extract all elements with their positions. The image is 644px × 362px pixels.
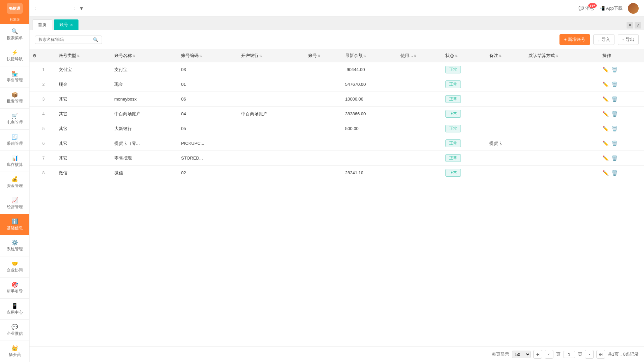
col-balance[interactable]: 最新余额⇅ — [342, 49, 398, 62]
first-page-button[interactable]: ⏮ — [533, 350, 542, 359]
delete-button-2[interactable]: 🗑️ — [611, 96, 618, 102]
header-right: 💬 消息 99+ 📲 App下载 — [579, 3, 639, 14]
sidebar-item-wholesale-mgmt[interactable]: 📦 批发管理 — [0, 87, 29, 109]
row-action-5: ✏️ 🗑️ — [600, 136, 644, 151]
row-num-2: 3 — [40, 92, 56, 107]
row-account-2 — [306, 92, 342, 107]
row-name-3: 中百商场账户 — [112, 107, 178, 121]
add-account-button[interactable]: + 新增账号 — [559, 34, 590, 45]
add-account-label: + 新增账号 — [564, 37, 585, 43]
delete-button-3[interactable]: 🗑️ — [611, 111, 618, 117]
sidebar-item-purchase-mgmt[interactable]: 🧾 采购管理 — [0, 130, 29, 151]
sidebar-item-enterprise-wechat[interactable]: 💬 企业微信 — [0, 320, 29, 341]
message-badge: 99+ — [588, 3, 597, 8]
prev-page-button[interactable]: ‹ — [545, 350, 553, 359]
edit-button-3[interactable]: ✏️ — [602, 111, 609, 117]
col-default-settlement[interactable]: 默认结算方式⇅ — [526, 49, 600, 62]
tab-accounts[interactable]: 账号 ✕ — [54, 19, 78, 30]
edit-button-4[interactable]: ✏️ — [602, 126, 609, 132]
sidebar-item-new-user-guide[interactable]: 🎯 新手引导 — [0, 278, 29, 299]
page-input[interactable] — [563, 351, 575, 358]
row-bank-3: 中百商场账户 — [238, 107, 305, 121]
sidebar-item-inventory[interactable]: 📊 库存核算 — [0, 151, 29, 172]
import-button[interactable]: ↓ 导入 — [593, 34, 614, 45]
row-type-1: 现金 — [56, 77, 111, 92]
window-maximize-button[interactable]: ⤢ — [635, 22, 641, 28]
table-row: 4 其它 中百商场账户 04 中百商场账户 383866.00 正常 ✏️ 🗑️ — [30, 107, 644, 121]
logo-text: 畅捷通 — [9, 6, 20, 11]
edit-button-0[interactable]: ✏️ — [602, 67, 609, 73]
toolbar-right: + 新增账号 ↓ 导入 ↑ 导出 — [559, 34, 639, 45]
row-remark-4 — [487, 121, 526, 136]
col-settings[interactable]: ⚙ — [30, 49, 40, 62]
sidebar-item-system-mgmt[interactable]: ⚙️ 系统管理 — [0, 235, 29, 256]
sidebar-item-vip-member[interactable]: 👑 畅会员 — [0, 341, 29, 362]
ops-mgmt-icon: 📈 — [3, 197, 26, 203]
sidebar-item-enterprise-agreement[interactable]: 🤝 企业协同 — [0, 256, 29, 278]
row-action-1: ✏️ 🗑️ — [600, 77, 644, 92]
edit-button-6[interactable]: ✏️ — [602, 155, 609, 161]
row-balance-1: 547670.00 — [342, 77, 398, 92]
page-size-select[interactable]: 50 100 200 — [512, 351, 531, 358]
col-account[interactable]: 账号⇅ — [306, 49, 342, 62]
app-download-label: App下载 — [606, 5, 623, 11]
row-type-6: 其它 — [56, 151, 111, 166]
sidebar-item-ops-mgmt[interactable]: 📈 经营管理 — [0, 193, 29, 214]
table-row: 3 其它 moneybosx 06 10000.00 正常 ✏️ 🗑️ — [30, 92, 644, 107]
edit-button-7[interactable]: ✏️ — [602, 170, 609, 176]
message-button[interactable]: 💬 消息 99+ — [579, 5, 594, 11]
row-account-4 — [306, 121, 342, 136]
sidebar-item-retail-mgmt[interactable]: 🏪 零售管理 — [0, 66, 29, 87]
sidebar-item-finance-mgmt[interactable]: 💰 资金管理 — [0, 172, 29, 193]
row-type-0: 支付宝 — [56, 62, 111, 77]
row-account-7 — [306, 166, 342, 180]
delete-button-4[interactable]: 🗑️ — [611, 126, 618, 132]
col-name[interactable]: 账号名称⇅ — [112, 49, 178, 62]
last-page-button[interactable]: ⏭ — [596, 350, 605, 359]
row-name-7: 微信 — [112, 166, 178, 180]
next-page-button[interactable]: › — [585, 350, 594, 359]
sidebar-item-quick-nav[interactable]: ⚡ 快捷导航 — [0, 45, 29, 66]
row-action-4: ✏️ 🗑️ — [600, 121, 644, 136]
sidebar-item-search-menu[interactable]: 🔍 搜索菜单 — [0, 24, 29, 45]
table-wrap: ⚙ 账号类型⇅ 账号名称⇅ 账号编码⇅ 开户银行⇅ 账号⇅ 最新余额⇅ 使用..… — [30, 49, 644, 346]
tab-close-icon[interactable]: ✕ — [70, 23, 73, 27]
delete-button-6[interactable]: 🗑️ — [611, 155, 618, 161]
row-type-3: 其它 — [56, 107, 111, 121]
row-remark-7 — [487, 166, 526, 180]
col-code[interactable]: 账号编码⇅ — [178, 49, 238, 62]
delete-button-7[interactable]: 🗑️ — [611, 170, 618, 176]
row-balance-4: 500.00 — [342, 121, 398, 136]
dropdown-icon[interactable]: ▼ — [79, 6, 84, 11]
row-default-settlement-7 — [526, 166, 600, 180]
row-balance-3: 383866.00 — [342, 107, 398, 121]
sidebar-item-basic-info[interactable]: ℹ️ 基础信息 — [0, 214, 29, 235]
col-status[interactable]: 状态⇅ — [443, 49, 487, 62]
row-name-4: 大新银行 — [112, 121, 178, 136]
row-settings-7 — [30, 166, 40, 180]
export-button[interactable]: ↑ 导出 — [618, 34, 639, 45]
search-input[interactable] — [39, 37, 91, 42]
app-download-button[interactable]: 📲 App下载 — [599, 5, 623, 11]
sidebar-item-label: 系统管理 — [3, 246, 26, 252]
sidebar-item-label: 畅会员 — [3, 352, 26, 358]
edit-button-5[interactable]: ✏️ — [602, 140, 609, 146]
col-type[interactable]: 账号类型⇅ — [56, 49, 111, 62]
tab-home[interactable]: 首页 — [32, 19, 52, 30]
user-avatar[interactable] — [628, 3, 639, 14]
row-num-1: 2 — [40, 77, 56, 92]
window-close-button[interactable]: ✕ — [627, 22, 633, 28]
sidebar-item-label: 批发管理 — [3, 99, 26, 104]
sidebar-item-app-center[interactable]: 📱 应用中心 — [0, 299, 29, 320]
sidebar-item-ecommerce-mgmt[interactable]: 🛒 电商管理 — [0, 109, 29, 130]
delete-button-1[interactable]: 🗑️ — [611, 81, 618, 87]
col-bank[interactable]: 开户银行⇅ — [238, 49, 305, 62]
delete-button-5[interactable]: 🗑️ — [611, 140, 618, 146]
row-status-4: 正常 — [443, 121, 487, 136]
edit-button-1[interactable]: ✏️ — [602, 81, 609, 87]
row-usage-2 — [398, 92, 442, 107]
col-usage[interactable]: 使用...⇅ — [398, 49, 442, 62]
col-remark[interactable]: 备注⇅ — [487, 49, 526, 62]
edit-button-2[interactable]: ✏️ — [602, 96, 609, 102]
delete-button-0[interactable]: 🗑️ — [611, 67, 618, 73]
